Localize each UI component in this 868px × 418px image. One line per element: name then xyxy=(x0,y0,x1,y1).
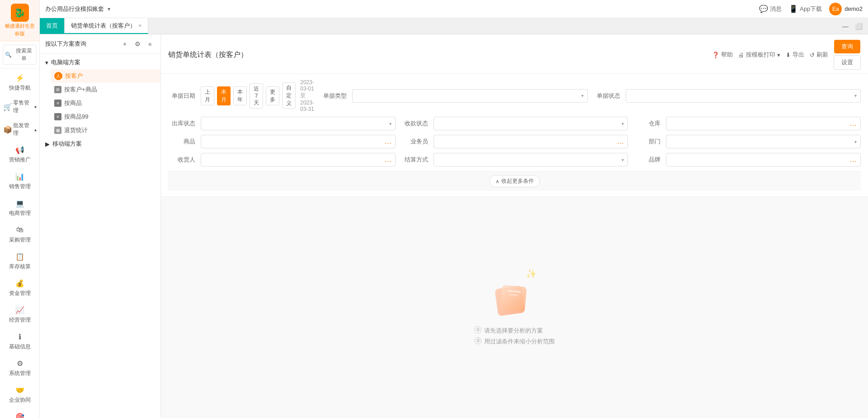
date-btn-more[interactable]: 更多 xyxy=(266,86,279,105)
left-panel-title: 按以下方案查询 xyxy=(45,40,86,48)
export-btn[interactable]: ⬇ 导出 xyxy=(786,51,804,59)
system-icon: ⚙ xyxy=(14,358,25,369)
ecommerce-label: 电商管理 xyxy=(9,209,31,217)
tab-minimize-btn[interactable]: — xyxy=(840,21,850,32)
doc-status-select[interactable]: ▾ xyxy=(626,89,861,103)
receiver-dots[interactable]: … xyxy=(384,156,392,164)
collab-label: 企业协同 xyxy=(9,396,31,404)
tree-desktop-schemes[interactable]: ▾ 电脑端方案 xyxy=(40,56,160,69)
tree-child-by-goods[interactable]: ≡ 按商品 xyxy=(51,96,160,110)
sidebar-item-ecommerce[interactable]: 💻 电商管理 xyxy=(0,194,39,221)
warehouse-input[interactable]: … xyxy=(666,117,861,130)
search-icon: 🔍 xyxy=(5,52,12,58)
sidebar-item-quick-nav[interactable]: ⚡ 快捷导航 xyxy=(0,69,39,95)
tree-child-by-goods99[interactable]: ≡ 按商品99 xyxy=(51,110,160,124)
receiver-label: 收货人 xyxy=(168,156,195,164)
sidebar-item-retail[interactable]: 🛒 零售管理 ▾ xyxy=(0,95,39,118)
tabbar: 首页 销货单统计表（按客户） × — ⬜ xyxy=(40,18,868,34)
scheme-tree: ▾ 电脑端方案 人 按客户 ⊞ 按客户+商品 ≡ 按商品 xyxy=(40,54,160,152)
sidebar-item-wholesale[interactable]: 📦 批发管理 ▴ xyxy=(0,118,39,141)
out-status-select[interactable]: ▾ xyxy=(201,117,396,130)
topbar-right: 💬 消息 📱 App下载 Ea demo2 xyxy=(759,3,863,15)
empty-box-stripe2 xyxy=(509,294,518,296)
settings-scheme-btn[interactable]: ⚙ xyxy=(132,39,142,49)
sidebar-item-inventory[interactable]: 📋 库存核算 xyxy=(0,247,39,274)
date-btn-this-month[interactable]: 本月 xyxy=(217,86,231,105)
tree-desktop-label: 电脑端方案 xyxy=(51,58,80,66)
goods-input[interactable]: … xyxy=(201,135,396,148)
out-status-label: 出库状态 xyxy=(168,119,195,128)
dept-select[interactable]: ▾ xyxy=(666,135,861,148)
sidebar-item-marketing[interactable]: 📢 营销推广 xyxy=(0,141,39,167)
filter-row-4: 收货人 … 结算方式 ▾ 品牌 … xyxy=(168,153,861,166)
tree-child-return-stats[interactable]: ▦ 退货统计 xyxy=(51,124,160,137)
empty-box-stripe1 xyxy=(507,290,521,293)
retail-icon: 🛒 xyxy=(3,101,12,112)
return-stats-label: 退货统计 xyxy=(64,126,88,134)
sidebar-search-area: 🔍 搜索菜单 xyxy=(0,41,39,69)
collapse-panel-btn[interactable]: « xyxy=(145,39,155,49)
tree-child-customer-goods[interactable]: ⊞ 按客户+商品 xyxy=(51,83,160,96)
message-btn[interactable]: 💬 消息 xyxy=(759,5,782,13)
by-customer-icon: 人 xyxy=(54,72,62,80)
receipt-status-label: 收款状态 xyxy=(401,119,428,128)
query-button[interactable]: 查询 xyxy=(834,40,860,53)
right-content: 销货单统计表（按客户） ❓ 帮助 🖨 按模板打印 ▾ ⬇ 导出 xyxy=(161,34,868,418)
sidebar-item-sales[interactable]: 📊 销售管理 xyxy=(0,167,39,194)
sidebar-item-finance[interactable]: 💰 资金管理 xyxy=(0,274,39,301)
basic-info-icon: ℹ xyxy=(14,331,25,342)
add-scheme-btn[interactable]: + xyxy=(120,39,130,49)
date-btn-last-month[interactable]: 上月 xyxy=(201,86,214,105)
date-btn-7days[interactable]: 近7天 xyxy=(250,83,263,109)
topbar-left: 办公用品行业模拟账套 ▾ xyxy=(45,5,110,13)
sidebar-item-purchase[interactable]: 🛍 采购管理 xyxy=(0,221,39,247)
tab-restore-btn[interactable]: ⬜ xyxy=(853,21,864,32)
refresh-label: 刷新 xyxy=(816,51,828,59)
tab-sales-stat[interactable]: 销货单统计表（按客户） × xyxy=(65,18,148,34)
inventory-icon: 📋 xyxy=(14,251,25,262)
retail-arrow: ▾ xyxy=(34,104,37,109)
staff-input[interactable]: … xyxy=(434,135,628,148)
filter-row-1: 单据日期 上月 本月 本年 近7天 更多 自定义 2023-03-01 至 20… xyxy=(168,79,861,112)
help-btn[interactable]: ❓ 帮助 xyxy=(712,51,733,59)
sidebar-item-basic-info[interactable]: ℹ 基础信息 xyxy=(0,328,39,354)
tree-mobile-schemes[interactable]: ▶ 移动端方案 xyxy=(40,137,160,151)
doc-type-chevron: ▾ xyxy=(581,93,584,98)
tab-sales-stat-label: 销货单统计表（按客户） xyxy=(71,22,136,30)
sidebar-item-operations[interactable]: 📈 经营管理 xyxy=(0,301,39,328)
page-header: 销货单统计表（按客户） ❓ 帮助 🖨 按模板打印 ▾ ⬇ 导出 xyxy=(161,34,868,74)
message-icon: 💬 xyxy=(759,5,768,13)
date-btn-custom[interactable]: 自定义 xyxy=(282,82,296,109)
sidebar-item-newbie[interactable]: 🎯 新手引导 xyxy=(0,408,39,418)
settle-select[interactable]: ▾ xyxy=(434,153,628,166)
app-download-icon: 📱 xyxy=(789,5,798,13)
settle-chevron: ▾ xyxy=(622,157,624,162)
goods-label: 商品 xyxy=(168,138,195,146)
left-panel-header: 按以下方案查询 + ⚙ « xyxy=(40,34,160,54)
brand-dots[interactable]: … xyxy=(849,156,857,164)
tree-child-by-customer[interactable]: 人 按客户 xyxy=(51,69,160,83)
print-btn[interactable]: 🖨 按模板打印 ▾ xyxy=(738,51,780,59)
app-download-btn[interactable]: 📱 App下载 xyxy=(789,5,822,13)
doc-type-select[interactable]: ▾ xyxy=(352,89,587,103)
staff-dots[interactable]: … xyxy=(617,138,624,146)
sidebar-item-collab[interactable]: 🤝 企业协同 xyxy=(0,381,39,408)
goods-dots[interactable]: … xyxy=(384,138,392,146)
search-menu-label: 搜索菜单 xyxy=(13,47,34,62)
tree-mobile-label: 移动端方案 xyxy=(52,140,82,148)
refresh-btn[interactable]: ↺ 刷新 xyxy=(810,51,828,59)
tab-home[interactable]: 首页 xyxy=(40,18,65,34)
settings-button[interactable]: 设置 xyxy=(834,55,861,70)
receiver-input[interactable]: … xyxy=(201,153,396,166)
search-menu-button[interactable]: 🔍 搜索菜单 xyxy=(3,45,37,65)
sidebar-item-system[interactable]: ⚙ 系统管理 xyxy=(0,354,39,381)
doc-status-label: 单据状态 xyxy=(593,92,620,100)
tab-close-btn[interactable]: × xyxy=(138,23,142,29)
receipt-status-select[interactable]: ▾ xyxy=(434,117,628,130)
date-btn-this-year[interactable]: 本年 xyxy=(233,86,247,105)
collapse-more-btn[interactable]: ∧ 收起更多条件 xyxy=(490,175,540,187)
brand-input[interactable]: … xyxy=(666,153,861,166)
user-menu[interactable]: Ea demo2 xyxy=(829,3,863,15)
industry-dropdown[interactable]: ▾ xyxy=(108,6,110,12)
warehouse-dots[interactable]: … xyxy=(849,119,857,128)
